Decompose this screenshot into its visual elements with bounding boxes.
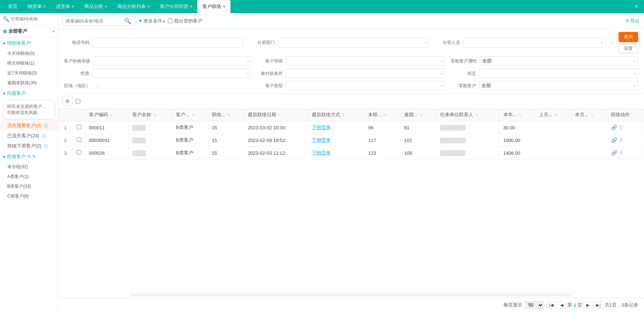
value-group-refresh-icon[interactable]: ↻ <box>27 154 31 159</box>
sidebar-search-input[interactable] <box>11 16 58 21</box>
page-size-select[interactable]: 50 100 200 <box>525 301 544 309</box>
nature-arrow: ▾ <box>247 72 249 76</box>
filter-phone-input[interactable] <box>92 38 243 48</box>
select-all-checkbox[interactable] <box>76 99 80 104</box>
value-group-edit-icon[interactable]: ✎ <box>32 154 36 159</box>
close-all-button[interactable]: × <box>632 3 641 10</box>
filter-scattered-attr-select[interactable]: 全部 ▾ <box>480 56 638 66</box>
last-method-link[interactable]: 下销货单 <box>312 125 331 130</box>
col-this-month[interactable]: 本月... ⇅ <box>571 109 607 121</box>
my-customers-checkbox[interactable]: 我分管的客户 <box>168 18 202 24</box>
row-action-link-icon[interactable]: 🔗 <box>611 137 617 143</box>
nav-purchase[interactable]: 进货单 × <box>51 0 79 13</box>
col-last-month[interactable]: 上月... ⇅ <box>535 109 571 121</box>
sort-this-month-icon: ⇅ <box>591 113 593 117</box>
sidebar-item-7days[interactable]: 近7天待联络(0) <box>0 68 58 78</box>
sidebar-item-class-b[interactable]: B类客户(33) <box>0 182 58 191</box>
nav-home[interactable]: 首页 <box>3 0 23 13</box>
nav-sales-close[interactable]: × <box>43 4 46 9</box>
filter-nature-select[interactable]: ▾ <box>92 69 251 78</box>
col-code[interactable]: 客户编码 ⇅ <box>85 109 129 121</box>
nav-analysis[interactable]: 商品分析 × <box>79 0 112 13</box>
sidebar-item-tomorrow[interactable]: 明天待联络(1) <box>0 58 58 68</box>
nav-analysis-list[interactable]: 商品分析列表 × <box>112 0 155 13</box>
sort-contact-icon: ⇅ <box>227 113 230 117</box>
sidebar-search-bar: 🔍 <box>0 13 58 25</box>
filter-scattered-select[interactable]: 全部 ▾ <box>479 81 638 90</box>
query-button[interactable]: 查询 <box>619 32 638 42</box>
sidebar-all-customers[interactable]: ⊞ 全部客户 « <box>0 25 58 38</box>
col-contact[interactable]: 联络... ⇅ <box>208 109 244 121</box>
nav-purchase-close[interactable]: × <box>72 4 74 9</box>
row-action-menu-icon[interactable]: ⠿ <box>619 150 623 156</box>
filter-status-select[interactable]: ▾ <box>479 69 638 78</box>
sidebar-item-today[interactable]: 今天待联络(0) <box>0 49 58 58</box>
search-input-wrap: 🔍 <box>63 16 135 26</box>
col-type[interactable]: 客户... ⇅ <box>172 109 208 121</box>
col-overdue[interactable]: 逾期... ⇅ <box>401 109 436 121</box>
my-customers-check[interactable] <box>168 19 173 23</box>
nav-customer-tier[interactable]: 客户分层经营 × <box>155 0 197 13</box>
row-action-link-icon[interactable]: 🔗 <box>611 150 617 156</box>
row-checkbox[interactable] <box>77 137 81 142</box>
page-last-button[interactable]: ▶| <box>593 301 603 309</box>
row-checkbox-cell <box>73 134 85 147</box>
row-action-link-icon[interactable]: 🔗 <box>611 125 617 130</box>
declining-info-icon: ⓘ <box>44 144 48 148</box>
col-this-year[interactable]: 本年... ⇅ <box>499 109 535 121</box>
nav-customer-tier-close[interactable]: × <box>190 4 192 9</box>
row-code: 00030031 <box>85 134 129 147</box>
sidebar-group-value[interactable]: ▾ 价值客户 ↻ ✎ <box>0 151 58 162</box>
more-filters-button[interactable]: ▼ 更多条件 ▴ <box>138 18 165 24</box>
region-dots-button[interactable]: ··· <box>94 83 99 89</box>
nav-analysis-list-close[interactable]: × <box>147 4 150 9</box>
total-pages-label: 共1页，3条记录 <box>605 302 638 308</box>
last-method-link[interactable]: 下销货单 <box>312 137 331 143</box>
col-last-method[interactable]: 最后联络方式 ⇅ <box>308 109 365 121</box>
sidebar-item-ungrouped[interactable]: 未分组(32) <box>0 162 58 172</box>
page-first-button[interactable]: |◀ <box>547 301 556 309</box>
nav-analysis-close[interactable]: × <box>105 4 107 9</box>
row-action-menu-icon[interactable]: ⠿ <box>619 125 623 130</box>
arrow-down-icon: ▾ <box>3 41 5 46</box>
last-method-link[interactable]: 下销货单 <box>312 150 331 155</box>
horizontal-scrollbar[interactable] <box>131 293 571 296</box>
col-last-date[interactable]: 最后联络日期 ⇅ <box>244 109 308 121</box>
sidebar-item-churn-warning[interactable]: 流失预警客户(3) ⓘ <box>0 121 58 131</box>
sidebar-item-class-a[interactable]: A类客户(1) <box>0 172 58 182</box>
nav-customer-contact-close[interactable]: × <box>223 4 225 9</box>
col-not-linked[interactable]: 未联... ⇅ <box>365 109 401 121</box>
manager-dots-button[interactable]: ··· <box>610 40 614 46</box>
row-action-menu-icon[interactable]: ⠿ <box>619 137 623 143</box>
filter-customer-level-label: 客户等级 <box>257 58 283 64</box>
page-prev-button[interactable]: ◀ <box>558 301 566 309</box>
filter-price-level-select[interactable]: ▾ <box>93 56 251 66</box>
filter-dept-select[interactable]: ▾ <box>278 38 429 48</box>
sidebar-item-overdue[interactable]: 逾期未联络(30) <box>0 78 58 88</box>
filter-payment-select[interactable]: ▾ <box>286 69 445 78</box>
row-checkbox[interactable] <box>77 125 81 129</box>
settings-text-button[interactable]: 设置 <box>619 44 638 53</box>
nav-sales[interactable]: 销货单 × <box>23 0 51 13</box>
row-name: ████ <box>129 121 172 134</box>
export-button[interactable]: ⟳ 导出 <box>625 18 640 24</box>
filter-customer-level-select[interactable]: ▾ <box>286 56 445 66</box>
col-unit-contact[interactable]: 往来单位联系人 ⇅ <box>436 109 499 121</box>
sidebar-group-problem[interactable]: ▾ 问题客户 <box>0 88 58 99</box>
nav-customer-contact[interactable]: 客户联络 × <box>197 0 230 13</box>
page-next-button[interactable]: ▶ <box>584 301 592 309</box>
sidebar-item-churned[interactable]: 已流失客户(24) ⓘ <box>0 131 58 141</box>
filter-price-level-label: 客户价格等级 <box>64 58 90 64</box>
table-settings-button[interactable]: ⚙ <box>63 96 73 106</box>
search-input[interactable] <box>66 19 124 24</box>
row-checkbox[interactable] <box>77 150 81 155</box>
sidebar-group-pending[interactable]: ▾ 待联络客户 <box>0 38 58 49</box>
sidebar-item-declining[interactable]: 持续下滑客户(2) ⓘ <box>0 141 58 151</box>
filter-customer-type-select[interactable]: ▾ <box>286 81 445 90</box>
sidebar-item-class-c[interactable]: C类客户(6) <box>0 191 58 201</box>
filter-manager-select[interactable]: ▾ <box>463 38 605 48</box>
filter-region: 区域（地区） ··· <box>64 83 251 89</box>
col-name[interactable]: 客户名称 ⇅ <box>129 109 172 121</box>
search-button[interactable]: 🔍 <box>124 17 131 24</box>
sort-unit-contact-icon: ⇅ <box>475 113 478 117</box>
